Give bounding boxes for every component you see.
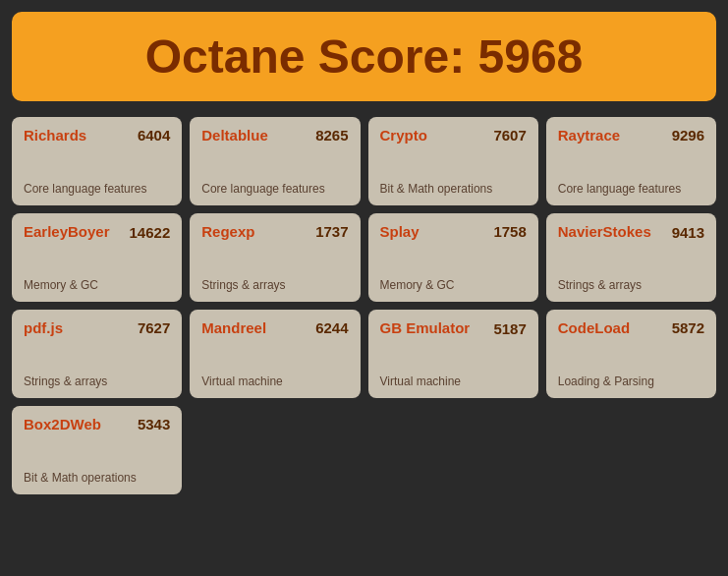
card-name: Regexp [201, 223, 254, 241]
card-description: Core language features [201, 182, 348, 196]
card-score: 14622 [130, 224, 171, 241]
card-name: pdf.js [24, 319, 63, 337]
card-score: 1737 [315, 223, 348, 240]
card-description: Virtual machine [380, 374, 527, 388]
card-score: 6244 [315, 319, 348, 336]
card-name: Raytrace [558, 127, 620, 144]
card-description: Bit & Math operations [24, 471, 170, 485]
card-name: GB Emulator [380, 319, 471, 337]
benchmark-card-deltablue: Deltablue 8265 Core language features [190, 117, 360, 205]
card-name: CodeLoad [558, 319, 630, 337]
benchmark-card-crypto: Crypto 7607 Bit & Math operations [368, 117, 538, 205]
card-score: 6404 [138, 127, 170, 144]
benchmark-card-mandreel: Mandreel 6244 Virtual machine [190, 310, 360, 398]
card-description: Strings & arrays [201, 278, 348, 292]
card-score: 9413 [672, 224, 704, 241]
card-score: 1758 [493, 223, 526, 240]
benchmark-card-richards: Richards 6404 Core language features [12, 117, 182, 205]
card-name: Mandreel [201, 319, 266, 337]
card-score: 7607 [493, 127, 526, 144]
benchmark-card-gb-emulator: GB Emulator 5187 Virtual machine [368, 310, 538, 398]
benchmark-card-regexp: Regexp 1737 Strings & arrays [190, 213, 360, 302]
card-score: 5187 [493, 320, 526, 337]
card-name: Box2DWeb [24, 416, 101, 433]
benchmarks-grid: Richards 6404 Core language features Del… [12, 117, 716, 494]
benchmark-card-box2dweb: Box2DWeb 5343 Bit & Math operations [12, 406, 182, 494]
card-name: Splay [380, 223, 420, 241]
benchmark-card-raytrace: Raytrace 9296 Core language features [546, 117, 716, 205]
octane-score-banner: Octane Score: 5968 [12, 12, 716, 101]
card-name: Deltablue [201, 127, 268, 144]
card-description: Bit & Math operations [380, 182, 527, 196]
card-score: 7627 [138, 319, 170, 336]
card-name: Crypto [380, 127, 427, 144]
benchmark-card-navierstokes: NavierStokes 9413 Strings & arrays [546, 213, 716, 302]
card-description: Core language features [24, 182, 170, 196]
card-score: 8265 [315, 127, 348, 144]
card-description: Strings & arrays [24, 374, 170, 388]
card-description: Virtual machine [201, 374, 348, 388]
card-name: NavierStokes [558, 223, 651, 241]
card-name: Richards [24, 127, 86, 144]
card-score: 9296 [672, 127, 704, 144]
benchmark-card-pdf.js: pdf.js 7627 Strings & arrays [12, 310, 182, 398]
card-score: 5343 [138, 416, 170, 432]
benchmark-card-earleyboyer: EarleyBoyer 14622 Memory & GC [12, 213, 182, 302]
benchmark-card-splay: Splay 1758 Memory & GC [368, 213, 538, 302]
card-description: Core language features [558, 182, 704, 196]
card-name: EarleyBoyer [24, 223, 110, 241]
card-description: Loading & Parsing [558, 374, 704, 388]
benchmark-card-codeload: CodeLoad 5872 Loading & Parsing [546, 310, 716, 398]
card-description: Memory & GC [24, 278, 170, 292]
card-description: Memory & GC [380, 278, 527, 292]
octane-score-title: Octane Score: 5968 [35, 29, 693, 84]
card-score: 5872 [672, 319, 704, 336]
card-description: Strings & arrays [558, 278, 704, 292]
